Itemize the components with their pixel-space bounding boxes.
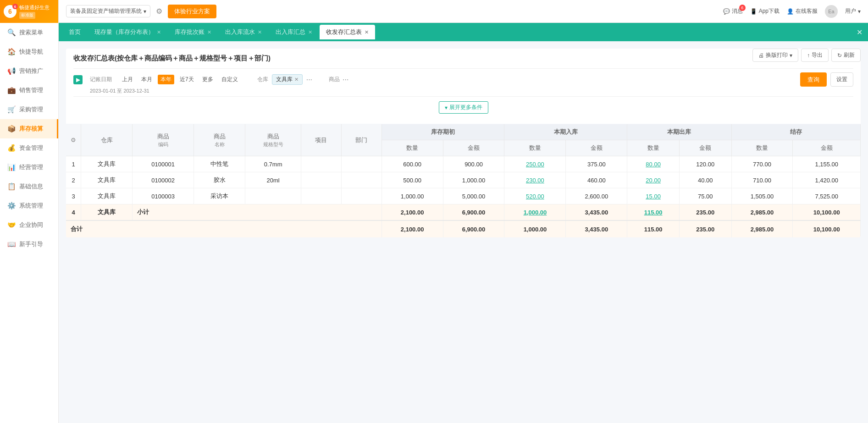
- row-out-qty[interactable]: 80.00: [627, 156, 680, 172]
- tab-batch-account-close[interactable]: ✕: [207, 29, 211, 35]
- tab-batch-account[interactable]: 库存批次账 ✕: [168, 25, 218, 39]
- date-opt-this-month[interactable]: 本月: [138, 75, 155, 84]
- filter-row-1: ▶ 记账日期 上月 本月 本年 近7天 更多 自定义 仓库: [73, 72, 853, 87]
- system-icon: ⚙️: [7, 202, 16, 210]
- warehouse-tag-text: 文具库: [276, 76, 293, 83]
- system-selector[interactable]: 装备及固定资产辅助管理系统 ▾: [66, 5, 150, 17]
- date-opt-7days[interactable]: 近7天: [177, 75, 197, 84]
- service-icon: 👤: [787, 8, 794, 15]
- online-service-action[interactable]: 👤 在线客服: [787, 7, 818, 15]
- settings-button[interactable]: 设置: [830, 72, 853, 87]
- subtotal-in-qty[interactable]: 1,000.00: [504, 204, 566, 221]
- col-project-header: 项目: [301, 124, 341, 156]
- table-row: 2 文具库 0100002 胶水 20ml 500.00 1,000.00 23…: [66, 172, 861, 188]
- row-product-name: 采访本: [194, 188, 245, 204]
- sidebar-item-label: 系统管理: [19, 202, 43, 210]
- warehouse-tag-remove[interactable]: ✕: [294, 77, 299, 82]
- row-warehouse: 文具库: [81, 188, 133, 204]
- query-button[interactable]: 查询: [800, 72, 827, 87]
- product-more[interactable]: ···: [343, 76, 348, 84]
- footer-out-qty: 115.00: [627, 220, 680, 237]
- sidebar-item-operations[interactable]: 📊 经营管理: [0, 158, 58, 177]
- date-opt-custom[interactable]: 自定义: [219, 75, 241, 84]
- col-settings-gear[interactable]: ⚙: [66, 124, 81, 156]
- sidebar-item-label: 快捷导航: [19, 48, 43, 56]
- user-menu[interactable]: 用户 ▾: [845, 7, 861, 15]
- row-opening-qty: 600.00: [381, 156, 443, 172]
- date-opt-this-year[interactable]: 本年: [158, 75, 174, 84]
- subtotal-in-amount: 3,435.00: [566, 204, 627, 221]
- row-out-amount: 120.00: [679, 156, 731, 172]
- sidebar-item-marketing[interactable]: 📢 营销推广: [0, 61, 58, 81]
- subtotal-label: 小计: [133, 204, 381, 221]
- date-opt-last-month[interactable]: 上月: [119, 75, 136, 84]
- app-logo: 6 6: [4, 5, 17, 18]
- row-warehouse: 文具库: [81, 172, 133, 188]
- content-area: 收发存汇总表(按仓库＋商品编码＋商品＋规格型号＋项目＋部门) 🖨 换版打印 ▾ …: [59, 41, 868, 423]
- row-out-qty[interactable]: 15.00: [627, 188, 680, 204]
- export-button[interactable]: ↑ 导出: [801, 49, 829, 62]
- footer-out-amount: 235.00: [679, 220, 731, 237]
- col-warehouse-header: 仓库: [81, 124, 133, 156]
- sidebar-item-search[interactable]: 🔍 搜索菜单: [0, 23, 58, 42]
- row-balance-amount: 1,155.00: [793, 156, 861, 172]
- row-in-qty[interactable]: 250.00: [504, 156, 566, 172]
- tab-in-out-flow-close[interactable]: ✕: [258, 29, 262, 35]
- table-body: 1 文具库 0100001 中性笔 0.7mm 600.00 900.00 25…: [66, 156, 861, 221]
- sidebar-item-sales[interactable]: 💼 销售管理: [0, 81, 58, 100]
- sidebar-item-finance[interactable]: 💰 资金管理: [0, 138, 58, 158]
- row-project: [301, 188, 341, 204]
- warehouse-more[interactable]: ···: [306, 76, 312, 84]
- user-avatar[interactable]: Ea: [825, 5, 838, 18]
- row-in-qty[interactable]: 520.00: [504, 188, 566, 204]
- messages-action[interactable]: 💬 消息 6: [723, 7, 743, 15]
- tab-in-out-summary[interactable]: 出入库汇总 ✕: [269, 25, 319, 39]
- expand-conditions-button[interactable]: ▾ 展开更多条件: [439, 101, 488, 114]
- tab-in-out-summary-close[interactable]: ✕: [308, 29, 312, 35]
- sidebar-item-system[interactable]: ⚙️ 系统管理: [0, 196, 58, 215]
- mobile-icon: 📱: [750, 8, 757, 15]
- filter-collapse-btn[interactable]: ▶: [73, 75, 83, 84]
- close-all-tabs[interactable]: ✕: [855, 26, 864, 38]
- operations-icon: 📊: [7, 163, 16, 171]
- experience-button[interactable]: 体验行业方案: [168, 5, 216, 18]
- tab-stock-dist-close[interactable]: ✕: [157, 29, 161, 35]
- refresh-button[interactable]: ↻ 刷新: [831, 49, 861, 62]
- system-name: 装备及固定资产辅助管理系统: [70, 7, 142, 15]
- row-project: [301, 172, 341, 188]
- sidebar-item-inventory[interactable]: 📦 库存核算: [0, 119, 58, 138]
- warehouse-filter: 仓库 文具库 ✕ ···: [257, 74, 312, 85]
- sidebar-item-label: 新手引导: [19, 240, 43, 248]
- print-button[interactable]: 🖨 换版打印 ▾: [752, 49, 798, 62]
- sidebar-item-guide[interactable]: 📖 新手引导: [0, 235, 58, 254]
- product-label: 商品: [329, 76, 340, 83]
- col-product-name-header: 商品名称: [194, 124, 245, 156]
- sidebar-item-base-info[interactable]: 📋 基础信息: [0, 177, 58, 196]
- refresh-icon: ↻: [837, 52, 842, 59]
- tab-receive-send-summary-close[interactable]: ✕: [365, 29, 369, 35]
- app-download-action[interactable]: 📱 App下载: [750, 7, 780, 15]
- base-info-icon: 📋: [7, 182, 16, 191]
- tab-home-label: 首页: [69, 28, 81, 36]
- subtotal-warehouse: 文具库: [81, 204, 133, 221]
- logo-badge: 6: [12, 4, 18, 9]
- row-opening-qty: 1,000.00: [381, 188, 443, 204]
- subtotal-out-qty[interactable]: 115.00: [627, 204, 680, 221]
- sidebar-item-purchase[interactable]: 🛒 采购管理: [0, 100, 58, 119]
- sidebar-item-label: 营销推广: [19, 67, 43, 75]
- row-product-code: 0100001: [133, 156, 194, 172]
- tab-stock-dist[interactable]: 现存量（库存分布表） ✕: [88, 25, 167, 39]
- sidebar-item-enterprise[interactable]: 🤝 企业协同: [0, 215, 58, 235]
- tab-receive-send-summary[interactable]: 收发存汇总表 ✕: [320, 25, 375, 39]
- date-opt-more[interactable]: 更多: [199, 75, 216, 84]
- date-options: 上月 本月 本年 近7天 更多 自定义: [119, 75, 241, 84]
- online-service-label: 在线客服: [796, 7, 818, 15]
- row-out-qty[interactable]: 20.00: [627, 172, 680, 188]
- settings-gear-icon[interactable]: ⚙: [156, 7, 162, 16]
- footer-balance-amount: 10,100.00: [793, 220, 861, 237]
- tab-in-out-flow[interactable]: 出入库流水 ✕: [219, 25, 268, 39]
- user-label: 用户: [845, 7, 856, 15]
- sidebar-item-quick-nav[interactable]: 🏠 快捷导航: [0, 42, 58, 61]
- tab-home[interactable]: 首页: [62, 25, 87, 39]
- row-in-qty[interactable]: 230.00: [504, 172, 566, 188]
